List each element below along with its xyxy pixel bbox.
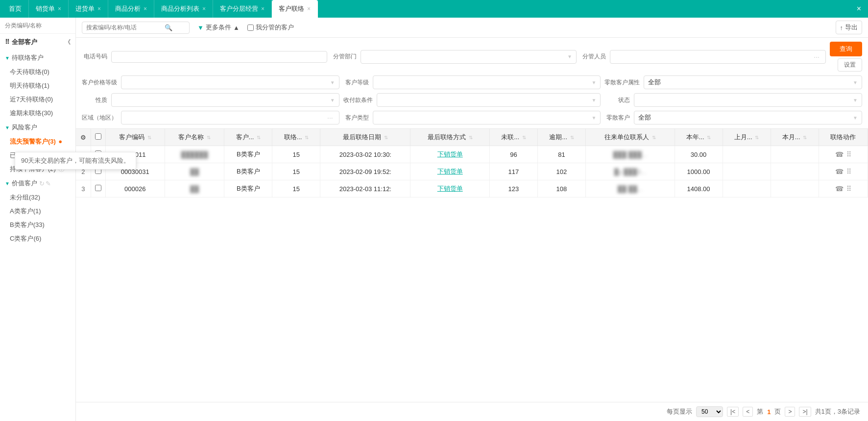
last-page-btn[interactable]: >| <box>799 407 811 417</box>
tab-analysis-close[interactable]: × <box>144 5 147 12</box>
prev-page-btn[interactable]: < <box>743 407 753 417</box>
search-icon[interactable]: 🔍 <box>165 24 172 31</box>
tab-close-all[interactable]: × <box>852 4 866 13</box>
tab-customer-link[interactable]: 客户联络 × <box>272 0 318 18</box>
last-month-sort-icon[interactable]: ⇅ <box>755 135 759 140</box>
next-page-btn[interactable]: > <box>785 407 795 417</box>
th-gear[interactable]: ⚙ <box>76 129 91 146</box>
phone-icon-3[interactable]: ☎ <box>835 185 844 193</box>
this-year-sort-icon[interactable]: ⇅ <box>707 135 711 140</box>
cust-type-arrow-icon: ▼ <box>591 115 596 121</box>
filter-status-label: 状态 <box>604 96 634 104</box>
filter-row-4: 区域（地区） ··· 客户类型 ▼ 零散客户 全部 <box>82 111 862 124</box>
manager-more-icon[interactable]: ··· <box>812 53 821 61</box>
action-btns: 查询 设置 <box>830 42 862 72</box>
filter-cust-grade-select[interactable]: ▼ <box>373 75 601 89</box>
select-all-checkbox[interactable] <box>95 133 101 140</box>
filter-dept-select[interactable]: ▼ <box>361 50 577 64</box>
sidebar-collapse-icon[interactable]: 《 <box>65 38 71 47</box>
sidebar-item-overdue[interactable]: 逾期未联络(30) <box>0 106 75 120</box>
sidebar-item-a-class[interactable]: A类客户(1) <box>0 204 75 218</box>
td-last-method-1[interactable]: 下销货单 <box>410 146 490 163</box>
td-check-3[interactable] <box>91 180 105 198</box>
th-last-method: 最后联络方式 ⇅ <box>410 129 490 146</box>
filter-region-select[interactable]: ··· <box>121 111 339 124</box>
tab-analysis-label: 商品分析 <box>115 4 141 13</box>
tab-purchase-close[interactable]: × <box>97 5 101 12</box>
sidebar-item-tomorrow[interactable]: 明天待联络(1) <box>0 79 75 93</box>
setting-btn[interactable]: 设置 <box>838 58 862 72</box>
td-last-date-2: 2023-02-09 19:52: <box>320 163 410 180</box>
customer-table: ⚙ 客户编码 ⇅ 客户名称 ⇅ 客户... <box>76 129 868 198</box>
sidebar-value-refresh[interactable]: ↻ <box>39 180 45 187</box>
query-btn[interactable]: 查询 <box>830 42 862 56</box>
zero-cust-arrow-icon: ▼ <box>853 115 858 121</box>
my-customers-checkbox[interactable] <box>247 25 254 31</box>
region-more-icon[interactable]: ··· <box>325 114 335 122</box>
unit-contact-sort-icon[interactable]: ⇅ <box>652 135 656 140</box>
more-action-icon-2[interactable]: ⠿ <box>846 168 851 175</box>
sidebar-item-today[interactable]: 今天待联络(0) <box>0 65 75 79</box>
more-action-icon-1[interactable]: ⠿ <box>846 150 851 158</box>
sidebar-section-pending[interactable]: ▼ 待联络客户 <box>0 50 75 65</box>
tab-analysis-list[interactable]: 商品分析列表 × <box>154 0 213 18</box>
sidebar-item-7days[interactable]: 近7天待联络(0) <box>0 93 75 106</box>
th-last-month: 上月... ⇅ <box>723 129 771 146</box>
tab-analysis-list-close[interactable]: × <box>202 5 206 12</box>
last-date-sort-icon[interactable]: ⇅ <box>384 135 388 140</box>
row-checkbox-3[interactable] <box>95 185 101 191</box>
td-last-method-2[interactable]: 下销货单 <box>410 163 490 180</box>
this-month-sort-icon[interactable]: ⇅ <box>803 135 807 140</box>
sidebar-search-input[interactable] <box>5 22 76 29</box>
phone-icon-2[interactable]: ☎ <box>835 168 844 175</box>
tab-sales[interactable]: 销货单 × <box>29 0 69 18</box>
filter-payment-field: 收付款条件 ▼ <box>343 93 601 107</box>
sidebar-value-edit[interactable]: ✎ <box>46 180 51 187</box>
tab-purchase[interactable]: 进货单 × <box>69 0 108 18</box>
filter-cust-type-select[interactable]: ▼ <box>373 111 601 124</box>
grade-sort-icon[interactable]: ⇅ <box>257 135 261 140</box>
tab-home[interactable]: 首页 <box>2 0 29 18</box>
no-contact-sort-icon[interactable]: ⇅ <box>522 135 526 140</box>
overdue-sort-icon[interactable]: ⇅ <box>570 135 574 140</box>
th-overdue: 逾期... ⇅ <box>537 129 585 146</box>
filter-phone-input[interactable] <box>111 51 327 63</box>
filter-manager-select[interactable]: ··· <box>610 50 826 64</box>
filter-zero-attr-select[interactable]: 全部 ▼ <box>644 75 862 89</box>
tab-sales-close[interactable]: × <box>58 5 61 12</box>
td-last-date-1: 2023-03-02 10:30: <box>320 146 410 163</box>
code-sort-icon[interactable]: ⇅ <box>147 135 151 140</box>
sidebar-item-ungroup[interactable]: 未分组(32) <box>0 191 75 204</box>
tab-customer-tier-close[interactable]: × <box>261 5 265 12</box>
name-sort-icon[interactable]: ⇅ <box>207 135 211 140</box>
td-unit-contact-1: ███ ███... <box>585 146 675 163</box>
sidebar-section-risk[interactable]: ▼ 风险客户 <box>0 120 75 135</box>
filter-dept-label: 分管部门 <box>331 52 361 61</box>
first-page-btn[interactable]: |< <box>727 407 739 417</box>
sidebar-item-churn-risk[interactable]: 流失预警客户(3) ● <box>0 135 75 149</box>
sidebar-item-b-class[interactable]: B类客户(33) <box>0 218 75 232</box>
sidebar-all-customers[interactable]: ⠿ 全部客户 《 <box>0 34 75 50</box>
td-last-method-3[interactable]: 下销货单 <box>410 180 490 198</box>
contact-sort-icon[interactable]: ⇅ <box>305 135 309 140</box>
th-code: 客户编码 ⇅ <box>105 129 165 146</box>
filter-gender-select[interactable]: ▼ <box>111 93 339 107</box>
filter-zero-cust-select[interactable]: 全部 ▼ <box>634 111 862 124</box>
tab-customer-tier[interactable]: 客户分层经营 × <box>213 0 272 18</box>
last-method-sort-icon[interactable]: ⇅ <box>469 135 473 140</box>
filter-status-select[interactable]: ▼ <box>634 93 862 107</box>
filter-price-grade-select[interactable]: ▼ <box>121 75 339 89</box>
search-input[interactable] <box>86 24 165 31</box>
export-btn[interactable]: ↑ 导出 <box>836 21 863 34</box>
phone-icon-1[interactable]: ☎ <box>835 150 844 158</box>
th-checkbox[interactable] <box>91 129 105 146</box>
tab-customer-link-close[interactable]: × <box>307 5 311 12</box>
tab-analysis[interactable]: 商品分析 × <box>108 0 154 18</box>
more-conditions-btn[interactable]: ▼ 更多条件 ▲ <box>193 21 243 34</box>
my-customers-filter[interactable]: 我分管的客户 <box>247 23 294 32</box>
more-action-icon-3[interactable]: ⠿ <box>846 185 851 193</box>
sidebar-item-c-class[interactable]: C类客户(6) <box>0 232 75 246</box>
per-page-select[interactable]: 50 100 200 <box>696 406 723 417</box>
sidebar-section-value[interactable]: ▼ 价值客户 ↻ ✎ <box>0 176 75 191</box>
filter-payment-select[interactable]: ▼ <box>377 93 601 107</box>
